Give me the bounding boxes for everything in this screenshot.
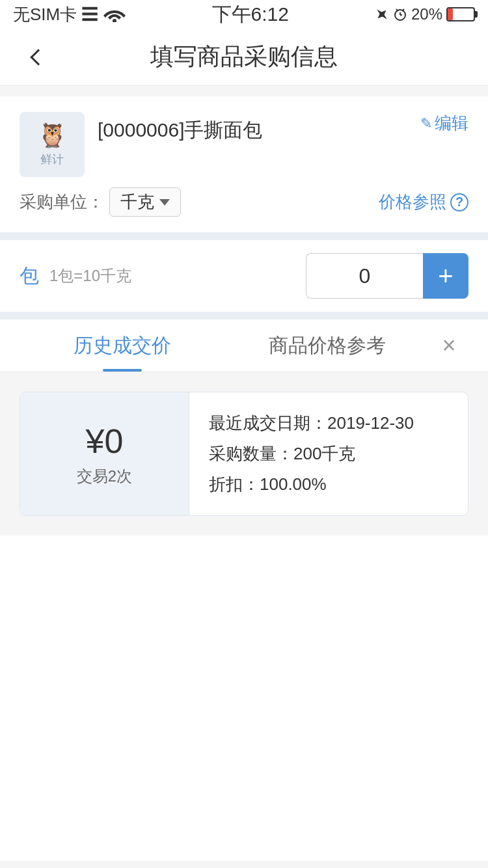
qty-plus-button[interactable]: + xyxy=(423,253,468,299)
history-discount-row: 折扣：100.00% xyxy=(209,473,448,496)
battery-percent: 20% xyxy=(411,5,442,23)
status-right-icons: 20% xyxy=(375,5,475,23)
tab-close-button[interactable]: × xyxy=(429,326,468,365)
discount-value: 100.00% xyxy=(260,474,327,494)
product-card: 🦉 鲜计 [0000006]手撕面包 ✎ 编辑 采购单位： 千克 价格参照 ? xyxy=(0,96,488,232)
history-price: ¥0 xyxy=(86,422,124,461)
qty-input-box[interactable]: 0 xyxy=(306,253,423,299)
edit-label: 编辑 xyxy=(435,112,468,135)
qty-value: 0 xyxy=(359,264,371,288)
svg-point-0 xyxy=(113,19,116,22)
unit-row: 采购单位： 千克 价格参照 ? xyxy=(20,187,468,217)
back-button[interactable] xyxy=(20,41,52,74)
dropdown-arrow-icon xyxy=(159,199,170,206)
recent-date-label: 最近成交日期： xyxy=(209,413,327,433)
close-icon: × xyxy=(442,332,455,359)
status-bar: 无SIM卡 ☰ 下午6:12 20% xyxy=(0,0,488,29)
product-logo-text: 鲜计 xyxy=(40,152,64,167)
qty-unit-desc: 1包=10千克 xyxy=(49,265,306,286)
qty-unit-label: 包 xyxy=(20,263,39,290)
product-image: 🦉 鲜计 xyxy=(20,112,85,177)
quantity-value: 200千克 xyxy=(293,444,355,463)
quantity-label: 采购数量： xyxy=(209,444,293,463)
price-ref-label: 价格参照 xyxy=(379,191,446,213)
content-background xyxy=(0,536,488,861)
wifi-icon xyxy=(103,7,126,22)
page-title: 填写商品采购信息 xyxy=(150,41,338,73)
product-top-row: 🦉 鲜计 [0000006]手撕面包 ✎ 编辑 xyxy=(20,112,468,177)
tab-history-price[interactable]: 历史成交价 xyxy=(20,319,224,372)
plus-icon: + xyxy=(438,262,453,291)
history-card-right: 最近成交日期：2019-12-30 采购数量：200千克 折扣：100.00% xyxy=(189,392,468,515)
tab-price-ref-label: 商品价格参考 xyxy=(269,332,386,359)
section-divider xyxy=(0,232,488,240)
carrier-text: 无SIM卡 ☰ xyxy=(13,3,98,26)
status-time: 下午6:12 xyxy=(212,1,289,28)
product-logo-icon: 🦉 xyxy=(38,122,67,149)
history-quantity-row: 采购数量：200千克 xyxy=(209,442,448,465)
page-header: 填写商品采购信息 xyxy=(0,29,488,86)
discount-label: 折扣： xyxy=(209,474,260,494)
product-name: [0000006]手撕面包 xyxy=(98,117,262,144)
unit-value: 千克 xyxy=(120,191,154,213)
history-card: ¥0 交易2次 最近成交日期：2019-12-30 采购数量：200千克 折扣：… xyxy=(20,392,468,516)
help-circle-icon: ? xyxy=(450,193,468,211)
alarm-icon xyxy=(393,7,407,21)
status-carrier: 无SIM卡 ☰ xyxy=(13,3,126,26)
product-left: 🦉 鲜计 [0000006]手撕面包 xyxy=(20,112,262,177)
tab-product-price-ref[interactable]: 商品价格参考 xyxy=(224,319,429,372)
edit-link[interactable]: ✎ 编辑 xyxy=(420,112,468,135)
unit-selector-group: 采购单位： 千克 xyxy=(20,187,181,217)
price-reference-link[interactable]: 价格参照 ? xyxy=(379,191,468,213)
battery-icon xyxy=(446,7,475,21)
product-image-inner: 🦉 鲜计 xyxy=(38,122,67,167)
edit-icon: ✎ xyxy=(420,115,432,132)
history-recent-date-row: 最近成交日期：2019-12-30 xyxy=(209,412,448,435)
unit-label: 采购单位： xyxy=(20,191,104,213)
qty-input-wrapper: 0 + xyxy=(306,253,468,299)
quantity-row: 包 1包=10千克 0 + xyxy=(0,240,488,312)
tab-bar: 历史成交价 商品价格参考 × xyxy=(0,319,488,372)
unit-select-dropdown[interactable]: 千克 xyxy=(109,187,181,217)
location-icon xyxy=(375,7,389,21)
history-section: ¥0 交易2次 最近成交日期：2019-12-30 采购数量：200千克 折扣：… xyxy=(0,372,488,536)
history-trade-count: 交易2次 xyxy=(77,466,132,487)
recent-date-value: 2019-12-30 xyxy=(327,413,414,433)
back-chevron-icon xyxy=(30,49,46,65)
history-card-left: ¥0 交易2次 xyxy=(20,392,189,515)
gray-divider xyxy=(0,312,488,319)
tab-history-label: 历史成交价 xyxy=(74,332,171,359)
